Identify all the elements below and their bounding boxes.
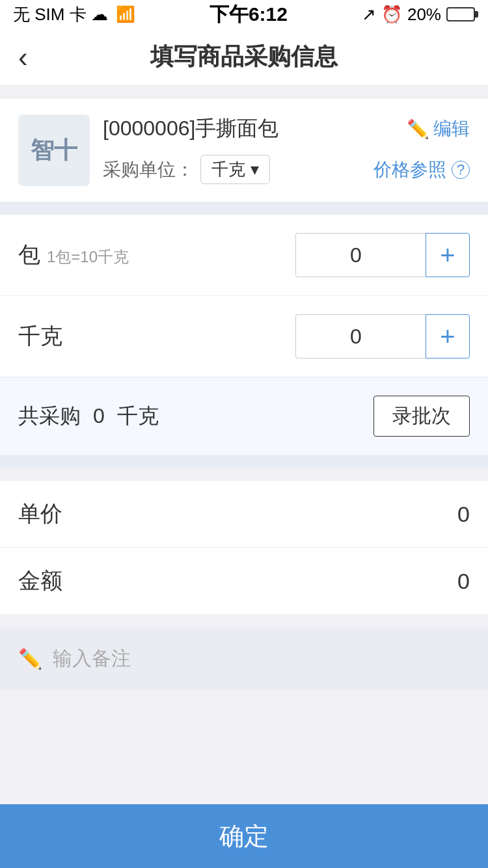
product-card: 智十 [0000006]手撕面包 ✏️ 编辑 采购单位： 千克 ▾ 价格参照 ?: [0, 99, 488, 202]
battery-percent: 20%: [407, 5, 441, 25]
divider-1: [0, 202, 488, 215]
unit-value: 千克: [211, 158, 245, 181]
amount-row: 金额 0: [0, 548, 488, 614]
unit-row: 采购单位： 千克 ▾ 价格参照 ?: [103, 155, 470, 184]
location-icon: ↗: [362, 5, 376, 25]
edit-label: 编辑: [433, 116, 470, 141]
product-name: [0000006]手撕面包: [103, 115, 278, 143]
note-section[interactable]: ✏️ 输入备注: [0, 627, 488, 690]
note-placeholder: 输入备注: [53, 645, 131, 672]
edit-icon: ✏️: [407, 118, 429, 140]
product-logo: 智十: [31, 135, 77, 167]
quantity-row-kg: 千克 +: [0, 296, 488, 377]
quantity-sub-bao: 1包=10千克: [47, 247, 129, 267]
status-time: 下午6:12: [210, 1, 288, 28]
total-row: 共采购 0 千克 录批次: [0, 377, 488, 455]
product-name-row: [0000006]手撕面包 ✏️ 编辑: [103, 115, 470, 143]
alarm-icon: ⏰: [381, 5, 402, 25]
quantity-input-bao[interactable]: [295, 233, 426, 277]
total-text: 共采购 0 千克: [18, 402, 159, 431]
quantity-unit-bao: 包: [18, 240, 40, 270]
price-ref-label: 价格参照: [373, 157, 446, 182]
price-section: 单价 0 金额 0: [0, 481, 488, 614]
battery-icon: [446, 7, 475, 21]
back-button[interactable]: ‹: [18, 41, 28, 74]
no-sim-label: 无 SIM 卡 ☁: [13, 3, 108, 26]
confirm-button[interactable]: 确定: [0, 804, 488, 868]
batch-button[interactable]: 录批次: [373, 396, 470, 437]
product-thumbnail: 智十: [18, 115, 90, 186]
total-unit: 千克: [117, 404, 159, 427]
status-bar: 无 SIM 卡 ☁ 📶 下午6:12 ↗ ⏰ 20%: [0, 0, 488, 29]
unit-price-value: 0: [457, 502, 470, 527]
quantity-input-group-bao: +: [295, 233, 470, 277]
total-value: 0: [93, 404, 105, 427]
quantity-input-kg[interactable]: [295, 314, 426, 359]
quantity-row-bao: 包 1包=10千克 +: [0, 215, 488, 296]
quantity-plus-kg[interactable]: +: [426, 314, 470, 359]
total-label: 共采购: [18, 404, 81, 427]
pencil-icon: ✏️: [18, 647, 42, 670]
nav-bar: ‹ 填写商品采购信息: [0, 29, 488, 86]
page-title: 填写商品采购信息: [150, 41, 338, 73]
quantity-section: 包 1包=10千克 + 千克 + 共采购 0 千克 录批次: [0, 215, 488, 455]
quantity-label-kg: 千克: [18, 321, 62, 351]
wifi-icon: 📶: [116, 5, 135, 23]
status-left: 无 SIM 卡 ☁ 📶: [13, 3, 135, 26]
edit-button[interactable]: ✏️ 编辑: [407, 116, 470, 141]
amount-value: 0: [457, 569, 470, 594]
unit-select[interactable]: 千克 ▾: [200, 155, 270, 184]
dropdown-icon: ▾: [251, 159, 259, 180]
unit-label: 采购单位：: [103, 157, 194, 182]
quantity-plus-bao[interactable]: +: [426, 233, 470, 277]
unit-price-label: 单价: [18, 499, 62, 529]
divider-2: [0, 455, 488, 468]
price-reference-button[interactable]: 价格参照 ?: [373, 157, 470, 182]
unit-price-row: 单价 0: [0, 481, 488, 548]
amount-label: 金额: [18, 566, 62, 596]
quantity-label-bao: 包 1包=10千克: [18, 240, 129, 270]
product-info: [0000006]手撕面包 ✏️ 编辑 采购单位： 千克 ▾ 价格参照 ?: [103, 115, 470, 184]
info-icon: ?: [452, 161, 470, 179]
quantity-unit-kg: 千克: [18, 321, 62, 351]
status-right: ↗ ⏰ 20%: [362, 5, 475, 25]
quantity-input-group-kg: +: [295, 314, 470, 359]
